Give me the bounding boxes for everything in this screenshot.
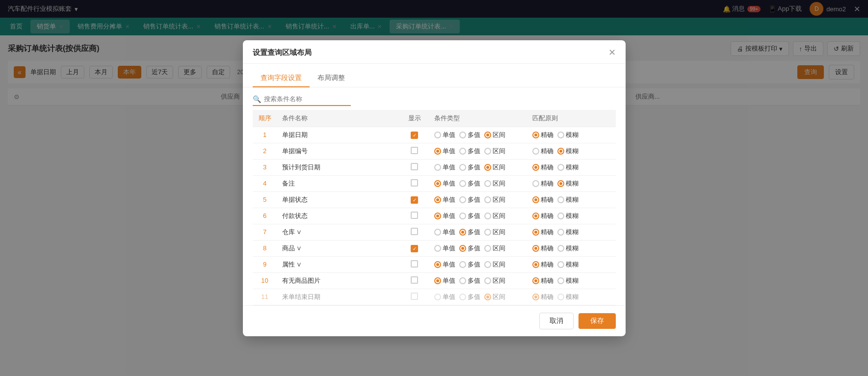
radio-type-option[interactable]: 区间 — [484, 244, 505, 253]
cell-show[interactable] — [400, 143, 429, 159]
radio-circle — [459, 261, 466, 268]
radio-circle — [484, 132, 491, 138]
radio-type-option[interactable]: 区间 — [484, 147, 505, 156]
checkbox-show[interactable] — [411, 147, 418, 154]
table-row: 5单据状态✓单值多值区间精确模糊 — [253, 191, 616, 208]
radio-circle — [484, 164, 491, 171]
cell-show[interactable]: ✓ — [400, 191, 429, 208]
cell-show[interactable] — [400, 159, 429, 175]
radio-type-option[interactable]: 单值 — [434, 244, 455, 253]
radio-type-option[interactable]: 单值 — [434, 147, 455, 156]
radio-match-option[interactable]: 精确 — [532, 244, 553, 253]
radio-type-option[interactable]: 多值 — [459, 195, 480, 204]
radio-type-option[interactable]: 多值 — [459, 228, 480, 237]
radio-circle — [434, 294, 441, 300]
radio-type-option[interactable]: 单值 — [434, 260, 455, 269]
radio-type-option[interactable]: 单值 — [434, 195, 455, 204]
radio-type-option[interactable]: 多值 — [459, 179, 480, 188]
checkbox-show[interactable] — [411, 260, 418, 268]
radio-match-option[interactable]: 精确 — [532, 163, 553, 172]
radio-type-option[interactable]: 区间 — [484, 228, 505, 237]
cell-show[interactable] — [400, 289, 429, 305]
radio-type-option[interactable]: 单值 — [434, 276, 455, 285]
radio-circle — [459, 148, 466, 155]
radio-match-option[interactable]: 模糊 — [557, 195, 579, 204]
radio-type-option[interactable]: 多值 — [459, 293, 480, 301]
modal-overlay: 设置查询区域布局 ✕ 查询字段设置 布局调整 🔍 顺序 条件名称 显示 — [0, 0, 868, 376]
radio-match-option[interactable]: 模糊 — [557, 260, 579, 269]
cell-show[interactable]: ✓ — [400, 240, 429, 256]
dialog-close-button[interactable]: ✕ — [608, 48, 616, 57]
radio-match-option[interactable]: 模糊 — [557, 131, 579, 139]
table-row: 1单据日期✓单值多值区间精确模糊 — [253, 127, 616, 143]
radio-type-option[interactable]: 多值 — [459, 276, 480, 285]
cell-order: 1 — [253, 127, 277, 143]
cancel-button[interactable]: 取消 — [539, 313, 574, 329]
radio-match-option[interactable]: 精确 — [532, 293, 553, 301]
radio-type-option[interactable]: 区间 — [484, 195, 505, 204]
radio-type-option[interactable]: 单值 — [434, 179, 455, 188]
tab-fields[interactable]: 查询字段设置 — [253, 70, 310, 87]
radio-circle — [532, 213, 539, 219]
radio-match-option[interactable]: 模糊 — [557, 179, 579, 188]
table-row: 8商品 ∨✓单值多值区间精确模糊 — [253, 240, 616, 256]
radio-type-option[interactable]: 区间 — [484, 260, 505, 269]
checkbox-show[interactable] — [411, 212, 418, 219]
radio-match-option[interactable]: 精确 — [532, 131, 553, 139]
radio-type-option[interactable]: 单值 — [434, 131, 455, 139]
checkbox-show[interactable] — [411, 228, 418, 235]
radio-type-option[interactable]: 多值 — [459, 244, 480, 253]
search-input[interactable] — [264, 95, 351, 103]
radio-type-option[interactable]: 多值 — [459, 163, 480, 172]
tab-layout[interactable]: 布局调整 — [310, 70, 353, 87]
radio-type-option[interactable]: 区间 — [484, 293, 505, 301]
cell-show[interactable] — [400, 175, 429, 191]
radio-match-option[interactable]: 模糊 — [557, 244, 579, 253]
cell-show[interactable] — [400, 256, 429, 272]
radio-match-option[interactable]: 精确 — [532, 276, 553, 285]
radio-match-option[interactable]: 模糊 — [557, 293, 579, 301]
radio-circle — [557, 148, 564, 155]
radio-match-option[interactable]: 模糊 — [557, 163, 579, 172]
radio-match-option[interactable]: 模糊 — [557, 212, 579, 220]
cell-match: 精确模糊 — [527, 289, 616, 305]
radio-type-option[interactable]: 多值 — [459, 260, 480, 269]
cell-show[interactable] — [400, 224, 429, 240]
cell-show[interactable]: ✓ — [400, 127, 429, 143]
radio-label: 多值 — [468, 228, 480, 237]
radio-type-option[interactable]: 单值 — [434, 293, 455, 301]
table-row: 11来单结束日期单值多值区间精确模糊 — [253, 289, 616, 305]
radio-match-option[interactable]: 模糊 — [557, 147, 579, 156]
radio-type-option[interactable]: 多值 — [459, 147, 480, 156]
radio-type-option[interactable]: 多值 — [459, 131, 480, 139]
checkbox-show[interactable] — [411, 179, 418, 187]
radio-type-option[interactable]: 区间 — [484, 131, 505, 139]
radio-match-option[interactable]: 精确 — [532, 212, 553, 220]
radio-match-option[interactable]: 精确 — [532, 195, 553, 204]
radio-type-option[interactable]: 区间 — [484, 163, 505, 172]
radio-type-option[interactable]: 多值 — [459, 212, 480, 220]
cell-show[interactable] — [400, 272, 429, 289]
checkbox-show[interactable] — [411, 293, 418, 300]
checkbox-show[interactable]: ✓ — [411, 196, 418, 204]
checkbox-show[interactable] — [411, 276, 418, 284]
checkbox-show[interactable] — [411, 163, 418, 170]
radio-type-option[interactable]: 区间 — [484, 212, 505, 220]
radio-type-option[interactable]: 单值 — [434, 163, 455, 172]
checkbox-show[interactable]: ✓ — [411, 245, 418, 252]
checkbox-show[interactable]: ✓ — [411, 132, 418, 139]
radio-match-option[interactable]: 精确 — [532, 228, 553, 237]
radio-type-option[interactable]: 区间 — [484, 276, 505, 285]
radio-type-option[interactable]: 单值 — [434, 228, 455, 237]
radio-match-option[interactable]: 精确 — [532, 260, 553, 269]
radio-match-option[interactable]: 模糊 — [557, 228, 579, 237]
radio-type-option[interactable]: 单值 — [434, 212, 455, 220]
radio-label: 单值 — [443, 179, 455, 188]
radio-match-option[interactable]: 模糊 — [557, 276, 579, 285]
radio-match-option[interactable]: 精确 — [532, 179, 553, 188]
save-button[interactable]: 保存 — [579, 313, 616, 329]
radio-label: 精确 — [541, 244, 553, 253]
cell-show[interactable] — [400, 208, 429, 224]
radio-match-option[interactable]: 精确 — [532, 147, 553, 156]
radio-type-option[interactable]: 区间 — [484, 179, 505, 188]
